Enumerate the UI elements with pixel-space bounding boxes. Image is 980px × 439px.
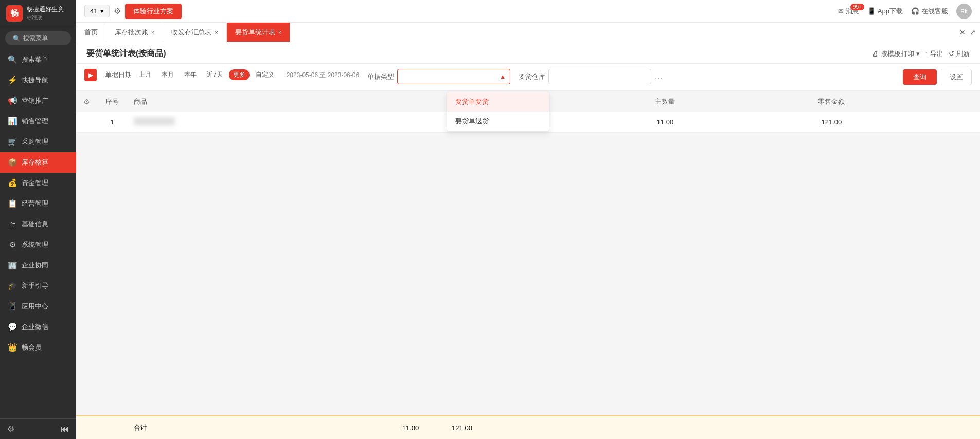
date-btn-this-year[interactable]: 本年 bbox=[180, 69, 201, 81]
tab-close-requisition[interactable]: × bbox=[278, 29, 281, 35]
tabs-bar: 首页 库存批次账 × 收发存汇总表 × 要货单统计表 × ✕ ⤢ bbox=[76, 23, 980, 42]
type-filter-label: 单据类型 bbox=[367, 72, 394, 81]
sidebar-item-enterprise[interactable]: 🏢 企业协同 bbox=[0, 255, 76, 276]
sidebar-item-label: 库存核算 bbox=[22, 158, 48, 167]
sidebar-item-search[interactable]: 🔍 搜索菜单 bbox=[0, 49, 76, 70]
date-btn-more[interactable]: 更多 bbox=[229, 69, 250, 80]
sidebar-item-inventory[interactable]: 📦 库存核算 bbox=[0, 152, 76, 173]
date-btn-last-month[interactable]: 上月 bbox=[135, 69, 155, 81]
tab-inventory-batch-label: 库存批次账 bbox=[115, 28, 148, 37]
footer-label: 合计 bbox=[128, 423, 230, 432]
sidebar-item-label: 营销推广 bbox=[22, 96, 48, 105]
type-filter-group: 单据类型 ▲ bbox=[367, 69, 510, 84]
query-button[interactable]: 查询 bbox=[903, 69, 937, 85]
system-icon: ⚙ bbox=[7, 240, 17, 250]
filter-expand-button[interactable]: ▶ bbox=[84, 69, 97, 81]
sidebar-item-operations[interactable]: 📋 经营管理 bbox=[0, 193, 76, 214]
sidebar-item-member[interactable]: 👑 畅会员 bbox=[0, 337, 76, 358]
cell-quantity: 11.00 bbox=[590, 112, 740, 133]
operations-icon: 📋 bbox=[7, 198, 17, 209]
member-icon: 👑 bbox=[7, 342, 17, 353]
warehouse-filter-label: 要货仓库 bbox=[519, 72, 545, 81]
print-button[interactable]: 🖨 按模板打印 ▾ bbox=[872, 49, 920, 59]
marketing-icon: 📢 bbox=[7, 96, 17, 106]
refresh-button[interactable]: ↺ 刷新 bbox=[949, 49, 970, 59]
page-content: 要货单统计表(按商品) 🖨 按模板打印 ▾ ↑ 导出 ↺ 刷新 ▶ bbox=[76, 42, 980, 439]
sidebar-item-guide[interactable]: 🎓 新手引导 bbox=[0, 276, 76, 296]
msg-icon: ✉ bbox=[838, 7, 844, 15]
table-footer: 合计 11.00 121.00 bbox=[76, 415, 980, 439]
sidebar-item-label: 资金管理 bbox=[22, 178, 48, 188]
sidebar-item-system[interactable]: ⚙ 系统管理 bbox=[0, 234, 76, 255]
dropdown-item-return[interactable]: 要货单退货 bbox=[447, 112, 549, 131]
print-chevron-icon: ▾ bbox=[916, 50, 920, 58]
date-btn-last-7days[interactable]: 近7天 bbox=[203, 69, 227, 81]
settings-bottom-icon[interactable]: ⚙ bbox=[7, 424, 14, 434]
online-service-button[interactable]: 🎧 在线客服 bbox=[911, 7, 948, 16]
logo-text: 畅捷通好生意 标准版 bbox=[27, 6, 64, 21]
sidebar-item-label: 新手引导 bbox=[22, 281, 48, 290]
sidebar-item-label: 快捷导航 bbox=[22, 76, 48, 85]
date-filter-group: 单据日期 上月 本月 本年 近7天 更多 自定义 bbox=[105, 69, 278, 81]
service-label: 在线客服 bbox=[921, 7, 948, 16]
col-product: 商品 bbox=[128, 92, 377, 112]
company-selector[interactable]: 41 ▾ bbox=[84, 5, 110, 17]
col-amount: 零售金额 bbox=[741, 92, 923, 112]
dropdown-item-order[interactable]: 要货单要货 bbox=[447, 92, 549, 112]
date-btn-this-month[interactable]: 本月 bbox=[157, 69, 178, 81]
type-select[interactable]: ▲ bbox=[397, 69, 510, 84]
topbar-settings-icon[interactable]: ⚙ bbox=[114, 6, 121, 16]
sidebar: 畅 畅捷通好生意 标准版 🔍 搜索菜单 🔍 搜索菜单 ⚡ 快捷导航 📢 营销推广… bbox=[0, 0, 76, 439]
tab-recv-send[interactable]: 收发存汇总表 × bbox=[163, 23, 226, 42]
cell-product bbox=[128, 112, 377, 133]
topbar-right: ✉ 消息 99+ 📱 App下载 🎧 在线客服 Rit bbox=[838, 4, 972, 19]
sidebar-item-quick-nav[interactable]: ⚡ 快捷导航 bbox=[0, 70, 76, 90]
tab-home-label: 首页 bbox=[84, 28, 98, 37]
sidebar-item-basic[interactable]: 🗂 基础信息 bbox=[0, 214, 76, 234]
chevron-down-icon: ▾ bbox=[100, 7, 104, 15]
sidebar-item-finance[interactable]: 💰 资金管理 bbox=[0, 173, 76, 193]
tab-requisition-stats[interactable]: 要货单统计表 × bbox=[227, 23, 290, 42]
date-range-display: 2023-05-06 至 2023-06-06 bbox=[287, 70, 359, 80]
sidebar-item-wechat[interactable]: 💬 企业微信 bbox=[0, 317, 76, 337]
tab-close-all-icon[interactable]: ✕ bbox=[959, 28, 966, 36]
industry-button[interactable]: 体验行业方案 bbox=[125, 4, 182, 19]
tab-close-inventory-batch[interactable]: × bbox=[151, 29, 154, 35]
sidebar-item-label: 系统管理 bbox=[22, 240, 48, 249]
logo-icon: 畅 bbox=[6, 5, 23, 22]
export-button[interactable]: ↑ 导出 bbox=[925, 49, 944, 59]
sidebar-item-appstore[interactable]: 📱 应用中心 bbox=[0, 296, 76, 317]
tab-close-recv-send[interactable]: × bbox=[215, 29, 218, 35]
date-shortcuts: 上月 本月 本年 近7天 更多 自定义 bbox=[135, 69, 278, 81]
tab-expand-icon[interactable]: ⤢ bbox=[970, 28, 976, 36]
quick-nav-icon: ⚡ bbox=[7, 75, 17, 85]
sidebar-item-sales[interactable]: 📊 销售管理 bbox=[0, 111, 76, 132]
sidebar-item-label: 企业协同 bbox=[22, 261, 48, 270]
tab-home[interactable]: 首页 bbox=[76, 23, 106, 42]
warehouse-more-icon[interactable]: … bbox=[654, 72, 663, 81]
sidebar-search[interactable]: 🔍 搜索菜单 bbox=[5, 31, 71, 45]
warehouse-input[interactable] bbox=[548, 69, 651, 84]
app-label: App下载 bbox=[878, 7, 903, 16]
date-btn-custom[interactable]: 自定义 bbox=[252, 69, 278, 81]
app-download-button[interactable]: 📱 App下载 bbox=[867, 7, 903, 16]
msg-button[interactable]: ✉ 消息 99+ bbox=[838, 7, 859, 16]
main-content: 41 ▾ ⚙ 体验行业方案 ✉ 消息 99+ 📱 App下载 🎧 在线客服 Ri… bbox=[76, 0, 980, 439]
tab-inventory-batch[interactable]: 库存批次账 × bbox=[106, 23, 163, 42]
tab-requisition-label: 要货单统计表 bbox=[235, 28, 275, 37]
service-icon: 🎧 bbox=[911, 7, 919, 15]
inventory-icon: 📦 bbox=[7, 157, 17, 168]
guide-icon: 🎓 bbox=[7, 281, 17, 291]
avatar[interactable]: Rit bbox=[956, 4, 972, 19]
collapse-icon[interactable]: ⏮ bbox=[61, 425, 69, 434]
product-name-blurred bbox=[134, 117, 175, 125]
footer-amount: 121.00 bbox=[436, 424, 488, 432]
sidebar-item-marketing[interactable]: 📢 营销推广 bbox=[0, 90, 76, 111]
col-extra bbox=[922, 92, 980, 112]
filter-settings-button[interactable]: 设置 bbox=[941, 69, 972, 85]
table-settings-icon[interactable]: ⚙ bbox=[83, 98, 90, 106]
sidebar-item-purchase[interactable]: 🛒 采购管理 bbox=[0, 132, 76, 152]
basic-icon: 🗂 bbox=[7, 219, 17, 229]
type-select-chevron-icon: ▲ bbox=[500, 73, 506, 80]
footer-quantity: 11.00 bbox=[385, 424, 436, 432]
